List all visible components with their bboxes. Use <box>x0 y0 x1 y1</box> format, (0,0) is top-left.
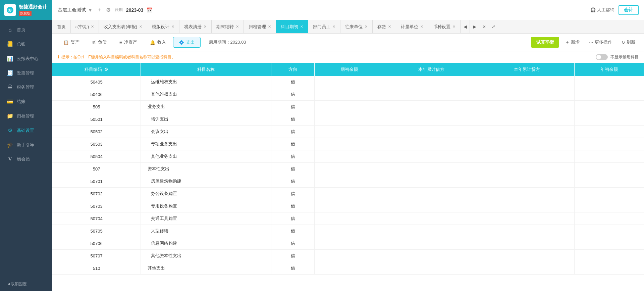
tab-prev-btn[interactable]: ◀ <box>461 20 470 34</box>
cell-ytd-debit <box>384 188 479 200</box>
sidebar-item-settings[interactable]: ⚙ 基础设置 <box>0 123 52 138</box>
cell-year-balance <box>575 113 644 126</box>
cell-ytd-credit <box>479 225 575 237</box>
cell-period-balance <box>315 212 384 225</box>
tab-next-btn[interactable]: ▶ <box>470 20 479 34</box>
table-row[interactable]: 505 业务支出 借 <box>52 101 644 113</box>
cell-year-balance <box>575 225 644 237</box>
cell-direction: 借 <box>271 88 315 101</box>
tab-inventory-close[interactable]: ✕ <box>388 25 391 29</box>
table-row[interactable]: 50503 专项业务支出 借 <box>52 138 644 150</box>
service-label: 人工咨询 <box>597 7 614 13</box>
table-row[interactable]: 50504 其他业务支出 借 <box>52 150 644 163</box>
table-row[interactable]: 50707 其他资本性支出 借 <box>52 250 644 262</box>
tab-unit-close[interactable]: ✕ <box>420 25 423 29</box>
tab-mid-period-close[interactable]: ✕ <box>91 25 94 29</box>
cell-direction: 借 <box>271 237 315 250</box>
project-selector[interactable]: 基层工会测试 ▼ <box>58 7 93 13</box>
tab-archive[interactable]: 归档管理 ✕ <box>244 20 276 34</box>
tab-archive-label: 归档管理 <box>249 24 266 30</box>
table-row[interactable]: 50502 会议支出 借 <box>52 126 644 138</box>
tab-department-close[interactable]: ✕ <box>332 25 335 29</box>
hint-bar: ℹ 提示：按Ctrl + F键并输入科目编码或者科目名称可以查找科目。 不显示禁… <box>52 51 644 63</box>
home-icon: ⌂ <box>7 27 13 33</box>
add-button[interactable]: ＋ 新增 <box>562 37 583 47</box>
sidebar-item-guide[interactable]: 🎓 新手引导 <box>0 138 52 152</box>
table-row[interactable]: 50501 培训支出 借 <box>52 113 644 126</box>
service-button[interactable]: 🎧 人工咨询 <box>590 7 614 13</box>
account-button[interactable]: 会计 <box>619 5 639 15</box>
subtab-assets[interactable]: 📋 资产 <box>58 37 85 48</box>
subtab-net-assets[interactable]: ≡ 净资产 <box>114 37 143 48</box>
sidebar-item-ledger[interactable]: 📒 总账 <box>0 37 52 51</box>
tab-close-all-btn[interactable]: ✕ <box>479 20 489 34</box>
table-row[interactable]: 50703 专用设备购置 借 <box>52 200 644 212</box>
tab-home[interactable]: 首页 <box>52 20 71 34</box>
th-code: 科目编码 ⚙ <box>52 63 141 76</box>
subtab-liabilities[interactable]: 贬 负债 <box>87 37 112 48</box>
cell-name: 办公设备购置 <box>141 188 271 200</box>
table-row[interactable]: 510 其他支出 借 <box>52 262 644 275</box>
balance-button[interactable]: 试算平衡 <box>531 37 559 48</box>
column-settings-icon[interactable]: ⚙ <box>104 67 108 72</box>
tab-contacts-close[interactable]: ✕ <box>365 25 368 29</box>
sidebar-item-home[interactable]: ⌂ 首页 <box>0 23 52 37</box>
table-row[interactable]: 50704 交通工具购置 借 <box>52 212 644 225</box>
tab-mid-period[interactable]: ε(中期) ✕ <box>71 20 99 34</box>
cell-ytd-debit <box>384 113 479 126</box>
tab-unit[interactable]: 计量单位 ✕ <box>396 20 428 34</box>
cell-year-balance <box>575 163 644 175</box>
disabled-toggle[interactable] <box>596 54 608 60</box>
tab-expand-btn[interactable]: ⤢ <box>489 20 498 34</box>
tab-subject-init-close[interactable]: ✕ <box>300 25 303 29</box>
cell-code: 50703 <box>52 200 141 212</box>
cell-code: 505 <box>52 101 141 113</box>
tab-period-end-close[interactable]: ✕ <box>236 25 239 29</box>
table-row[interactable]: 50702 办公设备购置 借 <box>52 188 644 200</box>
sidebar-item-archive[interactable]: 📁 归档管理 <box>0 109 52 123</box>
sidebar-item-reports[interactable]: 📊 云报表中心 <box>0 51 52 66</box>
tab-period-end[interactable]: 期末结转 ✕ <box>212 20 244 34</box>
tab-template-close[interactable]: ✕ <box>171 25 174 29</box>
tab-inventory[interactable]: 存货 ✕ <box>373 20 396 34</box>
sidebar-toggle-pin[interactable]: ◄取消固定 <box>0 277 52 291</box>
refresh-button[interactable]: ↻ 刷新 <box>618 37 639 47</box>
toggle-label: 不显示禁用科目 <box>610 54 639 60</box>
table-row[interactable]: 507 资本性支出 借 <box>52 163 644 175</box>
tab-tax-list[interactable]: 税表清册 ✕ <box>179 20 212 34</box>
toggle-knob <box>596 55 601 59</box>
tab-income-annual[interactable]: 收入支出表(年报) ✕ <box>99 20 147 34</box>
table-row[interactable]: 50701 房屋建筑物购建 借 <box>52 175 644 188</box>
calendar-icon[interactable]: 📅 <box>147 7 152 13</box>
add-project-icon[interactable]: ＋ <box>97 6 102 13</box>
tab-currency[interactable]: 币种设置 ✕ <box>428 20 461 34</box>
tab-subject-init[interactable]: 科目期初 ✕ <box>276 20 308 34</box>
tab-template[interactable]: 模版设计 ✕ <box>147 20 179 34</box>
sidebar-item-tax[interactable]: 🏛 税务管理 <box>0 80 52 94</box>
table-row[interactable]: 50705 大型修缮 借 <box>52 225 644 237</box>
sidebar-item-checkout[interactable]: 💳 结账 <box>0 94 52 109</box>
sidebar: 好 畅捷通好会计 旗舰版 ⌂ 首页 📒 总账 📊 云报表中心 🧾 发票管理 🏛 … <box>0 0 52 291</box>
svg-text:好: 好 <box>8 8 12 12</box>
settings-gear-icon[interactable]: ⚙ <box>106 7 111 13</box>
tab-archive-close[interactable]: ✕ <box>268 25 271 29</box>
guide-icon: 🎓 <box>7 142 13 148</box>
more-button[interactable]: ⋯ 更多操作 <box>586 37 615 47</box>
invoice-icon: 🧾 <box>7 70 13 76</box>
th-year-balance: 年初余额 <box>575 63 644 76</box>
tab-tax-list-close[interactable]: ✕ <box>204 25 207 29</box>
sidebar-item-invoice[interactable]: 🧾 发票管理 <box>0 66 52 80</box>
refresh-icon: ↻ <box>622 40 625 45</box>
sidebar-item-member[interactable]: V 畅会员 <box>0 152 52 166</box>
table-row[interactable]: 50406 其他维权支出 借 <box>52 88 644 101</box>
table-row[interactable]: 50706 信息网络购建 借 <box>52 237 644 250</box>
tab-income-annual-close[interactable]: ✕ <box>139 25 142 29</box>
subtab-income[interactable]: 🔔 收入 <box>144 37 172 48</box>
tab-department[interactable]: 部门员工 ✕ <box>308 20 340 34</box>
cell-ytd-credit <box>479 200 575 212</box>
cell-ytd-credit <box>479 237 575 250</box>
subtab-expenses[interactable]: 💠 支出 <box>173 37 201 48</box>
tab-currency-close[interactable]: ✕ <box>452 25 455 29</box>
table-row[interactable]: 50405 运维维权支出 借 <box>52 76 644 88</box>
tab-contacts[interactable]: 往来单位 ✕ <box>340 20 373 34</box>
